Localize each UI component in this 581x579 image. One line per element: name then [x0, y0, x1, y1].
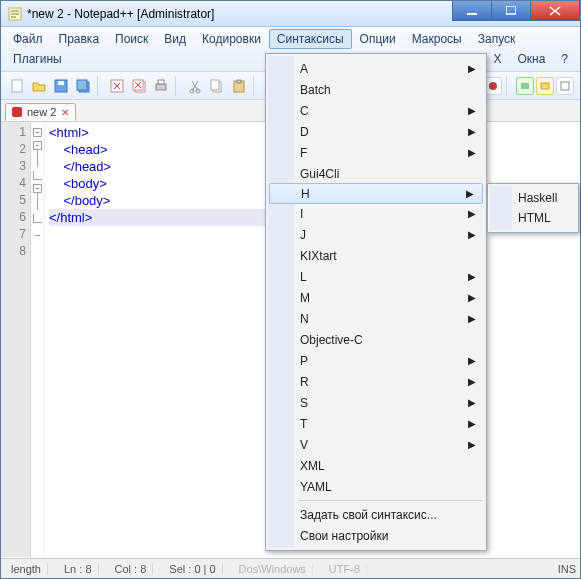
- menu-поиск[interactable]: Поиск: [107, 29, 156, 49]
- svg-rect-1: [467, 13, 477, 15]
- menu-синтаксисы[interactable]: Синтаксисы: [269, 29, 352, 49]
- paste-icon[interactable]: [229, 76, 249, 96]
- own-settings-item[interactable]: Свои настройки: [268, 525, 484, 546]
- syntax-item-d[interactable]: D▶: [268, 121, 484, 142]
- line-number: 8: [1, 243, 26, 260]
- syntax-item-xml[interactable]: XML: [268, 455, 484, 476]
- minimize-button[interactable]: [452, 1, 492, 21]
- svg-rect-16: [211, 80, 219, 90]
- svg-rect-3: [12, 80, 22, 92]
- menu-вид[interactable]: Вид: [156, 29, 194, 49]
- syntax-item-yaml[interactable]: YAML: [268, 476, 484, 497]
- syntax-item-t[interactable]: T▶: [268, 413, 484, 434]
- submenu-arrow-icon: ▶: [468, 271, 476, 282]
- svg-rect-2: [506, 6, 516, 14]
- submenu-arrow-icon: ▶: [468, 376, 476, 387]
- maximize-button[interactable]: [491, 1, 531, 21]
- svg-rect-21: [561, 82, 569, 90]
- menu-макросы[interactable]: Макросы: [404, 29, 470, 49]
- status-col: Col : 8: [109, 563, 154, 575]
- fold-toggle-icon[interactable]: -: [33, 184, 42, 193]
- syntax-item-h[interactable]: H▶: [269, 183, 483, 204]
- status-length: length: [5, 563, 48, 575]
- close-all-icon[interactable]: [129, 76, 149, 96]
- save-icon[interactable]: [51, 76, 71, 96]
- submenu-arrow-icon: ▶: [468, 147, 476, 158]
- svg-rect-11: [156, 84, 166, 90]
- line-number-gutter: 12345678: [1, 122, 31, 557]
- syntax-item-m[interactable]: M▶: [268, 287, 484, 308]
- svg-rect-7: [77, 80, 87, 90]
- menu-правка[interactable]: Правка: [51, 29, 108, 49]
- syntax-item-i[interactable]: I▶: [268, 203, 484, 224]
- save-all-icon[interactable]: [73, 76, 93, 96]
- syntax-item-gui4cli[interactable]: Gui4Cli: [268, 163, 484, 184]
- unsaved-indicator-icon: [12, 107, 22, 117]
- syntax-item-v[interactable]: V▶: [268, 434, 484, 455]
- tab-close-icon[interactable]: ✕: [61, 107, 69, 118]
- file-tab[interactable]: new 2 ✕: [5, 103, 76, 121]
- line-number: 2: [1, 141, 26, 158]
- syntax-item-objective-c[interactable]: Objective-C: [268, 329, 484, 350]
- syntax-menu-dropdown: A▶BatchC▶D▶F▶Gui4CliH▶I▶J▶KIXtartL▶M▶N▶O…: [265, 53, 487, 551]
- syntax-item-j[interactable]: J▶: [268, 224, 484, 245]
- status-line: Ln : 8: [58, 563, 99, 575]
- line-number: 7: [1, 226, 26, 243]
- syntax-item-kixtart[interactable]: KIXtart: [268, 245, 484, 266]
- submenu-arrow-icon: ▶: [468, 292, 476, 303]
- menu-плагины[interactable]: Плагины: [5, 49, 70, 69]
- submenu-arrow-icon: ▶: [468, 105, 476, 116]
- menu-файл[interactable]: Файл: [5, 29, 51, 49]
- fold-toggle-icon[interactable]: -: [33, 128, 42, 137]
- submenu-arrow-icon: ▶: [468, 229, 476, 240]
- svg-rect-5: [58, 81, 64, 85]
- close-button[interactable]: [530, 1, 580, 21]
- syntax-item-f[interactable]: F▶: [268, 142, 484, 163]
- open-file-icon[interactable]: [29, 76, 49, 96]
- submenu-arrow-icon: ▶: [468, 126, 476, 137]
- fold-toggle-icon[interactable]: -: [33, 141, 42, 150]
- menu-?[interactable]: ?: [553, 49, 576, 69]
- menu-кодировки[interactable]: Кодировки: [194, 29, 269, 49]
- tab-label: new 2: [27, 106, 56, 118]
- fold-column: - - -: [31, 122, 45, 557]
- menu-окна[interactable]: Окна: [509, 49, 553, 69]
- app-window: *new 2 - Notepad++ [Administrator] ФайлП…: [0, 0, 581, 579]
- doc-map-icon[interactable]: [556, 77, 574, 95]
- close-tab-icon[interactable]: [107, 76, 127, 96]
- syntax-item-n[interactable]: N▶: [268, 308, 484, 329]
- syntax-item-batch[interactable]: Batch: [268, 79, 484, 100]
- menu-опции[interactable]: Опции: [352, 29, 404, 49]
- new-file-icon[interactable]: [7, 76, 27, 96]
- syntax-item-l[interactable]: L▶: [268, 266, 484, 287]
- submenu-arrow-icon: ▶: [468, 397, 476, 408]
- syntax-item-p[interactable]: P▶: [268, 350, 484, 371]
- status-encoding: UTF-8: [323, 563, 367, 575]
- svg-rect-12: [158, 80, 164, 84]
- syntax-subitem-html[interactable]: HTML: [490, 208, 576, 228]
- syntax-item-c[interactable]: C▶: [268, 100, 484, 121]
- function-list-icon[interactable]: [516, 77, 534, 95]
- syntax-item-a[interactable]: A▶: [268, 58, 484, 79]
- menu-запуск[interactable]: Запуск: [470, 29, 524, 49]
- cut-icon[interactable]: [185, 76, 205, 96]
- window-controls: [453, 1, 580, 21]
- status-sel: Sel : 0 | 0: [163, 563, 222, 575]
- syntax-h-submenu: HaskellHTML: [487, 183, 579, 233]
- syntax-item-r[interactable]: R▶: [268, 371, 484, 392]
- submenu-arrow-icon: ▶: [466, 188, 474, 199]
- submenu-arrow-icon: ▶: [468, 208, 476, 219]
- print-icon[interactable]: [151, 76, 171, 96]
- define-language-item[interactable]: Задать свой синтаксис...: [268, 504, 484, 525]
- line-number: 5: [1, 192, 26, 209]
- submenu-arrow-icon: ▶: [468, 355, 476, 366]
- syntax-item-s[interactable]: S▶: [268, 392, 484, 413]
- copy-icon[interactable]: [207, 76, 227, 96]
- folder-view-icon[interactable]: [536, 77, 554, 95]
- line-number: 4: [1, 175, 26, 192]
- mdi-close-icon[interactable]: X: [485, 49, 509, 69]
- submenu-arrow-icon: ▶: [468, 63, 476, 74]
- submenu-arrow-icon: ▶: [468, 439, 476, 450]
- svg-rect-18: [237, 80, 241, 83]
- syntax-subitem-haskell[interactable]: Haskell: [490, 188, 576, 208]
